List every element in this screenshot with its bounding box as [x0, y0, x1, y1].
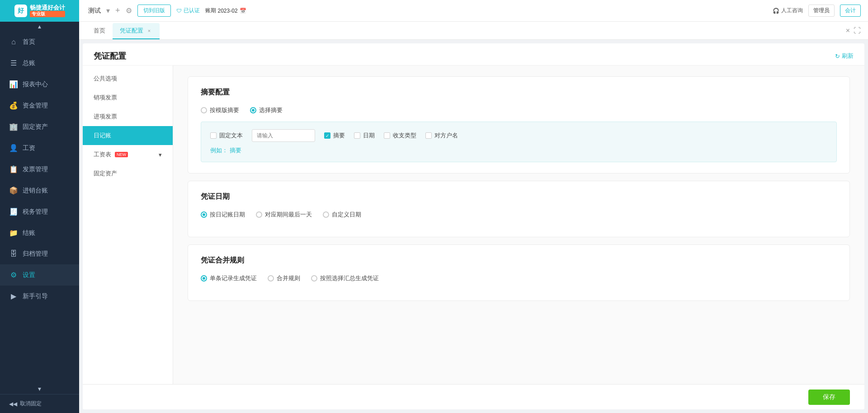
- tab-voucher-config[interactable]: 凭证配置 ×: [113, 23, 160, 39]
- radio-summary-generate[interactable]: 按照选择汇总生成凭证: [311, 274, 379, 282]
- settings-icon[interactable]: ⚙: [126, 6, 132, 15]
- sidebar-label-ledger: 总账: [23, 59, 35, 67]
- left-nav-purchase-inv[interactable]: 进项发票: [83, 107, 173, 126]
- switch-old-version-button[interactable]: 切到旧版: [137, 5, 171, 17]
- customer-service-button[interactable]: 🎧 人工咨询: [773, 7, 803, 14]
- purchase-icon: 📦: [9, 186, 18, 195]
- refresh-button[interactable]: ↻ 刷新: [835, 52, 854, 60]
- radio-select-circle: [250, 107, 256, 113]
- example-value: 摘要: [230, 147, 241, 154]
- sidebar-item-ledger[interactable]: ☰ 总账: [0, 52, 79, 74]
- save-button[interactable]: 保存: [808, 390, 850, 405]
- invoice-icon: 📋: [9, 165, 18, 174]
- add-company-button[interactable]: +: [115, 6, 120, 15]
- unpin-sidebar-button[interactable]: ◀◀ 取消固定: [0, 394, 79, 413]
- sidebar-scroll-down[interactable]: ▼: [0, 384, 79, 394]
- radio-merge-rule[interactable]: 合并规则: [268, 274, 300, 282]
- radio-merge-label: 合并规则: [277, 274, 300, 282]
- left-nav-payroll[interactable]: 工资表 NEW ▾: [83, 145, 173, 164]
- sidebar-label-salary: 工资: [23, 144, 35, 152]
- inner-layout: 公共选项 销项发票 进项发票 日记账 工资表 NEW: [83, 66, 864, 384]
- sidebar-scroll-up[interactable]: ▲: [0, 22, 79, 32]
- checkbox-date[interactable]: 日期: [354, 131, 375, 140]
- date-radio-group: 按日记账日期 对应期间最后一天 自定义日期: [201, 211, 837, 219]
- sidebar-item-capital[interactable]: 💰 资金管理: [0, 95, 79, 116]
- merge-radio-group: 单条记录生成凭证 合并规则 按照选择汇总生成凭证: [201, 274, 837, 282]
- checkbox-row: 固定文本 摘要 日期: [210, 129, 827, 142]
- manager-button[interactable]: 管理员: [808, 5, 835, 17]
- radio-custom-date[interactable]: 自定义日期: [323, 211, 361, 219]
- radio-select[interactable]: 选择摘要: [250, 106, 283, 114]
- logo-title: 畅捷通好会计: [30, 4, 65, 11]
- radio-last-label: 对应期间最后一天: [265, 211, 312, 219]
- sidebar-item-fixed[interactable]: 🏢 固定资产: [0, 116, 79, 137]
- example-text: 例如： 摘要: [210, 146, 827, 155]
- radio-journal-circle: [201, 211, 207, 218]
- radio-last-circle: [256, 211, 262, 218]
- sidebar-scroll: ⌂ 首页 ☰ 总账 📊 报表中心 💰 资金管理 🏢 固定资产 👤 工资: [0, 32, 79, 384]
- left-nav-public[interactable]: 公共选项: [83, 69, 173, 88]
- sidebar-item-report[interactable]: 📊 报表中心: [0, 74, 79, 95]
- calendar-icon[interactable]: 📅: [240, 8, 246, 14]
- report-icon: 📊: [9, 80, 18, 89]
- sidebar-item-settle[interactable]: 📁 结账: [0, 222, 79, 244]
- radio-template[interactable]: 按模版摘要: [201, 106, 239, 114]
- sidebar-item-home[interactable]: ⌂ 首页: [0, 32, 79, 52]
- expand-button[interactable]: ⛶: [854, 27, 861, 35]
- counterpart-checkbox: [425, 132, 432, 139]
- page-title: 凭证配置: [94, 51, 126, 61]
- checkbox-counterpart[interactable]: 对方户名: [425, 131, 458, 140]
- tab-close-icon[interactable]: ×: [146, 28, 152, 34]
- sidebar-item-salary[interactable]: 👤 工资: [0, 137, 79, 159]
- sidebar-label-settings: 设置: [23, 271, 35, 279]
- refresh-icon: ↻: [835, 53, 840, 60]
- left-nav-sales[interactable]: 销项发票: [83, 88, 173, 107]
- checkbox-summary[interactable]: 摘要: [324, 131, 345, 140]
- date-title: 凭证日期: [201, 192, 837, 202]
- summary-checkbox: [324, 132, 330, 139]
- sidebar-item-tax[interactable]: 🧾 税务管理: [0, 201, 79, 222]
- close-tab-button[interactable]: ×: [846, 27, 850, 35]
- sidebar-item-invoice[interactable]: 📋 发票管理: [0, 159, 79, 180]
- sidebar-item-purchase[interactable]: 📦 进销台账: [0, 180, 79, 201]
- payroll-arrow-icon: ▾: [159, 151, 162, 158]
- main-layout: ▲ ⌂ 首页 ☰ 总账 📊 报表中心 💰 资金管理 🏢 固定资产: [0, 22, 868, 413]
- sidebar-item-guide[interactable]: ▶ 新手引导: [0, 286, 79, 307]
- sidebar-item-archive[interactable]: 🗄 归档管理: [0, 244, 79, 264]
- tab-home[interactable]: 首页: [86, 23, 113, 39]
- shield-icon: 🛡: [176, 8, 182, 14]
- radio-single[interactable]: 单条记录生成凭证: [201, 274, 257, 282]
- summary-radio-group: 按模版摘要 选择摘要: [201, 106, 837, 114]
- radio-last-day[interactable]: 对应期间最后一天: [256, 211, 312, 219]
- top-header: 好 畅捷通好会计 专业版 测试 ▾ + ⚙ 切到旧版 🛡 已认证 账期 2023…: [0, 0, 868, 22]
- date-checkbox-label: 日期: [363, 131, 375, 140]
- accountant-button[interactable]: 会计: [840, 5, 861, 17]
- headset-icon: 🎧: [773, 8, 779, 14]
- left-nav: 公共选项 销项发票 进项发票 日记账 工资表 NEW: [83, 66, 173, 384]
- config-area: 摘要配置 按模版摘要 选择摘要: [173, 66, 864, 384]
- sidebar-item-settings[interactable]: ⚙ 设置: [0, 264, 79, 286]
- fixed-text-label: 固定文本: [219, 131, 243, 140]
- tab-home-label: 首页: [94, 27, 105, 35]
- fixed-text-input[interactable]: [252, 129, 315, 142]
- checkbox-payment-type[interactable]: 收支类型: [384, 131, 416, 140]
- sidebar-label-invoice: 发票管理: [23, 165, 48, 174]
- settle-icon: 📁: [9, 229, 18, 237]
- radio-custom-circle: [323, 211, 329, 218]
- date-section: 凭证日期 按日记账日期 对应期间最后一天: [188, 181, 850, 237]
- date-checkbox: [354, 132, 360, 139]
- capital-icon: 💰: [9, 101, 18, 110]
- company-dropdown-icon[interactable]: ▾: [106, 6, 110, 15]
- summary-box: 固定文本 摘要 日期: [201, 122, 837, 162]
- left-nav-fixed-asset[interactable]: 固定资产: [83, 164, 173, 183]
- logo-icon: 好: [14, 5, 27, 17]
- tab-voucher-label: 凭证配置: [120, 27, 143, 35]
- sidebar-label-capital: 资金管理: [23, 102, 48, 110]
- merge-section: 凭证合并规则 单条记录生成凭证 合并规则: [188, 244, 850, 301]
- left-nav-journal[interactable]: 日记账: [83, 126, 173, 145]
- checkbox-fixed-text[interactable]: 固定文本: [210, 131, 243, 140]
- sidebar-label-archive: 归档管理: [23, 250, 48, 258]
- pin-icon: ◀◀: [9, 401, 17, 407]
- fixed-icon: 🏢: [9, 122, 18, 131]
- radio-journal-date[interactable]: 按日记账日期: [201, 211, 245, 219]
